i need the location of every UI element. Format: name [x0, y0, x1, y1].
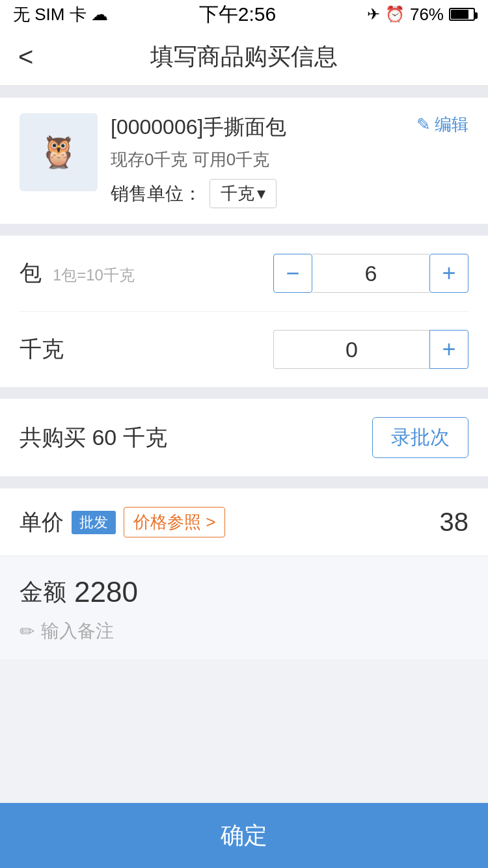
unit-select[interactable]: 千克 ▾	[210, 179, 277, 208]
edit-button[interactable]: ✎ 编辑	[416, 113, 468, 136]
price-section: 单价 批发 价格参照 > 38	[0, 488, 488, 556]
bag-sublabel: 1包=10千克	[53, 266, 135, 284]
price-value: 38	[440, 508, 469, 537]
divider-mid1	[0, 224, 488, 236]
price-label: 单价	[20, 508, 64, 537]
divider-mid2	[0, 387, 488, 399]
confirm-text: 确定	[221, 820, 267, 852]
product-unit-row: 销售单位： 千克 ▾	[111, 179, 468, 208]
bag-label: 包	[20, 260, 42, 285]
kg-label: 千克	[20, 334, 64, 364]
status-left: 无 SIM 卡 ☁	[13, 3, 108, 26]
remark-placeholder: 输入备注	[41, 619, 114, 644]
price-ref-button[interactable]: 价格参照 >	[124, 507, 225, 537]
unit-chevron-icon: ▾	[257, 183, 265, 204]
divider-mid3	[0, 476, 488, 488]
unit-value: 千克	[221, 182, 254, 205]
back-button[interactable]: <	[18, 42, 33, 72]
kg-input-group: +	[273, 330, 468, 369]
status-right: ✈ ⏰ 76%	[367, 5, 475, 25]
kg-input-row: 千克 +	[20, 312, 468, 387]
remark-row[interactable]: ✏ 输入备注	[20, 619, 468, 644]
battery-icon	[449, 8, 475, 21]
bag-input-row: 包 1包=10千克 − +	[20, 236, 468, 312]
bag-stepper: − +	[273, 254, 468, 293]
input-section: 包 1包=10千克 − + 千克 +	[0, 236, 488, 387]
unit-label: 销售单位：	[111, 182, 202, 206]
page-title: 填写商品购买信息	[150, 41, 338, 73]
price-tag: 批发	[72, 511, 116, 534]
kg-increment-button[interactable]: +	[429, 330, 468, 369]
bag-input[interactable]	[312, 254, 429, 293]
amount-label: 金额	[20, 576, 66, 608]
product-info: [0000006]手撕面包 现存0千克 可用0千克 销售单位： 千克 ▾	[111, 113, 468, 208]
edit-label: 编辑	[435, 113, 468, 136]
product-card: 🦉 [0000006]手撕面包 现存0千克 可用0千克 销售单位： 千克 ▾ ✎…	[0, 98, 488, 224]
summary-section: 共购买 60 千克 录批次	[0, 399, 488, 476]
alarm-icon: ⏰	[385, 5, 405, 23]
status-time: 下午2:56	[199, 1, 276, 28]
amount-section: 金额 2280 ✏ 输入备注	[0, 556, 488, 659]
edit-icon: ✎	[416, 115, 431, 135]
price-label-row: 单价 批发 价格参照 >	[20, 507, 225, 537]
amount-value: 2280	[74, 576, 138, 608]
pencil-icon: ✏	[20, 621, 34, 642]
batch-button[interactable]: 录批次	[372, 417, 468, 458]
bag-label-group: 包 1包=10千克	[20, 258, 135, 288]
status-bar: 无 SIM 卡 ☁ 下午2:56 ✈ ⏰ 76%	[0, 0, 488, 29]
amount-row: 金额 2280	[20, 576, 468, 608]
divider-top	[0, 86, 488, 98]
product-name: [0000006]手撕面包	[111, 113, 468, 142]
product-stock: 现存0千克 可用0千克	[111, 148, 468, 171]
battery-percentage: 76%	[410, 5, 444, 25]
product-thumbnail: 🦉	[20, 113, 98, 191]
nav-bar: < 填写商品购买信息	[0, 29, 488, 86]
product-logo: 🦉	[39, 134, 78, 170]
sim-label: 无 SIM 卡 ☁	[13, 3, 108, 26]
location-icon: ✈	[367, 5, 380, 23]
summary-text: 共购买 60 千克	[20, 423, 167, 453]
kg-input[interactable]	[273, 330, 429, 369]
confirm-bar[interactable]: 确定	[0, 803, 488, 868]
bag-increment-button[interactable]: +	[429, 254, 468, 293]
bag-decrement-button[interactable]: −	[273, 254, 312, 293]
